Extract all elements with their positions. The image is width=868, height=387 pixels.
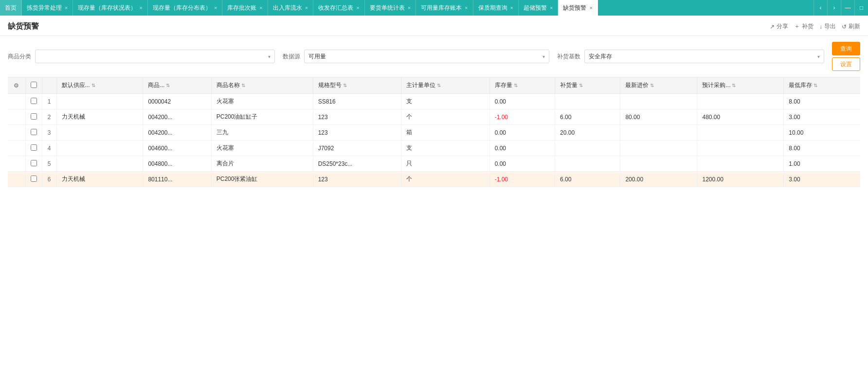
tab-stock-status[interactable]: 现存量（库存状况表）× [73, 0, 147, 16]
main-content: 缺货预警 ↗ 分享 ＋ 补货 ↓ 导出 ↺ 刷新 商品分类 [0, 16, 868, 387]
tab-close-demand-stat[interactable]: × [408, 5, 411, 11]
sort-icon-replenish: ⇅ [579, 83, 583, 88]
tab-inout-flow[interactable]: 出入库流水× [268, 0, 313, 16]
row-checkbox-cell [25, 156, 42, 172]
cell-stock: -1.00 [489, 109, 555, 125]
query-button[interactable]: 查询 [832, 42, 860, 55]
sort-est_purchase[interactable]: 预计采购...⇅ [702, 81, 778, 89]
replenish-base-select[interactable]: 安全库存 ▾ [584, 50, 824, 63]
cell-supplier: 力天机械 [56, 109, 143, 125]
cell-replenish: 6.00 [555, 109, 620, 125]
action-buttons: 查询 设置 [832, 42, 860, 71]
tab-exception[interactable]: 拣货异常处理× [22, 0, 73, 16]
col-header-latest_price[interactable]: 最新进价⇅ [620, 77, 697, 94]
row-gear-cell [8, 172, 25, 187]
tab-overstock[interactable]: 超储预警× [519, 0, 558, 16]
col-header-supplier[interactable]: 默认供应...⇅ [56, 77, 143, 94]
col-header-code[interactable]: 商品...⇅ [143, 77, 211, 94]
row-gear-cell [8, 141, 25, 156]
sort-supplier[interactable]: 默认供应...⇅ [62, 81, 138, 89]
tab-demand-stat[interactable]: 要货单统计表× [365, 0, 416, 16]
select-all-checkbox[interactable] [31, 82, 37, 88]
tab-label: 库存批次账 [227, 4, 256, 12]
settings-button[interactable]: 设置 [832, 57, 860, 71]
cell-min_stock: 3.00 [784, 172, 860, 187]
row-checkbox-3[interactable] [31, 144, 37, 151]
datasource-select[interactable]: 可用量 ▾ [304, 50, 550, 63]
tab-close-overstock[interactable]: × [550, 5, 553, 11]
tab-scroll-left[interactable]: ‹ [814, 0, 827, 16]
tab-receive-summary[interactable]: 收发存汇总表× [313, 0, 364, 16]
row-checkbox-1[interactable] [31, 113, 37, 120]
replenish-button[interactable]: ＋ 补货 [794, 22, 814, 31]
sort-icon-spec: ⇅ [343, 83, 347, 88]
window-maximize[interactable]: □ [854, 0, 868, 16]
tab-close-available-ledger[interactable]: × [465, 5, 468, 11]
replenish-base-filter: 补货基数 安全库存 ▾ [557, 50, 824, 63]
gear-icon[interactable]: ⚙ [14, 82, 19, 89]
tab-shortage[interactable]: 缺货预警× [558, 0, 597, 16]
sort-icon-min_stock: ⇅ [814, 83, 817, 88]
row-checkbox-5[interactable] [31, 176, 37, 182]
row-gear-cell [8, 94, 25, 109]
sort-name[interactable]: 商品名称⇅ [217, 81, 308, 89]
sort-unit[interactable]: 主计量单位⇅ [406, 81, 485, 89]
replenish-icon: ＋ [794, 22, 800, 31]
row-checkbox-2[interactable] [31, 129, 37, 135]
tab-expiry-query[interactable]: 保质期查询× [473, 0, 519, 16]
tab-close-stock-dist[interactable]: × [214, 5, 217, 11]
category-select[interactable]: ▾ [35, 50, 275, 63]
sort-stock[interactable]: 库存量⇅ [495, 81, 550, 89]
cell-est_purchase [697, 141, 784, 156]
col-header-replenish[interactable]: 补货量⇅ [555, 77, 620, 94]
sort-latest_price[interactable]: 最新进价⇅ [625, 81, 692, 89]
tab-close-inout-flow[interactable]: × [305, 5, 308, 11]
tab-stock-dist[interactable]: 现存量（库存分布表）× [148, 0, 222, 16]
row-num: 3 [42, 125, 56, 141]
cell-code: 801110... [143, 172, 211, 187]
tab-bar: 首页拣货异常处理×现存量（库存状况表）×现存量（库存分布表）×库存批次账×出入库… [0, 0, 868, 16]
tab-close-receive-summary[interactable]: × [356, 5, 359, 11]
cell-name: PC200油缸缸子 [211, 109, 313, 125]
cell-spec: DS250*23c... [313, 156, 401, 172]
tab-close-shortage[interactable]: × [589, 5, 592, 11]
table-row: 3004200...三九123箱0.0020.0010.00 [8, 125, 860, 141]
row-checkbox-cell [25, 172, 42, 187]
share-button[interactable]: ↗ 分享 [770, 22, 788, 31]
sort-replenish[interactable]: 补货量⇅ [560, 81, 615, 89]
sort-spec[interactable]: 规格型号⇅ [318, 81, 396, 89]
tab-scroll-right[interactable]: › [827, 0, 841, 16]
tab-home[interactable]: 首页 [0, 0, 22, 16]
col-header-num [42, 77, 56, 94]
cell-name: 离合片 [211, 156, 313, 172]
tab-batch-account[interactable]: 库存批次账× [222, 0, 268, 16]
cell-spec: 123 [313, 125, 401, 141]
tab-available-ledger[interactable]: 可用量库存账本× [416, 0, 473, 16]
col-header-stock[interactable]: 库存量⇅ [489, 77, 555, 94]
cell-supplier [56, 94, 143, 109]
page-title: 缺货预警 [8, 21, 770, 32]
col-header-unit[interactable]: 主计量单位⇅ [401, 77, 489, 94]
row-checkbox-0[interactable] [31, 98, 37, 104]
refresh-button[interactable]: ↺ 刷新 [842, 22, 860, 31]
row-gear-cell [8, 109, 25, 125]
tab-close-stock-status[interactable]: × [139, 5, 142, 11]
cell-name: PC200张紧油缸 [211, 172, 313, 187]
cell-unit: 只 [401, 156, 489, 172]
tab-close-expiry-query[interactable]: × [510, 5, 513, 11]
col-header-spec[interactable]: 规格型号⇅ [313, 77, 401, 94]
export-button[interactable]: ↓ 导出 [819, 22, 836, 31]
table-row: 10000042火花塞SS816支0.008.00 [8, 94, 860, 109]
col-header-min_stock[interactable]: 最低库存⇅ [784, 77, 860, 94]
col-header-est_purchase[interactable]: 预计采购...⇅ [697, 77, 784, 94]
datasource-chevron-icon: ▾ [542, 54, 545, 59]
cell-supplier: 力天机械 [56, 172, 143, 187]
col-header-name[interactable]: 商品名称⇅ [211, 77, 313, 94]
sort-min_stock[interactable]: 最低库存⇅ [789, 81, 855, 89]
row-checkbox-4[interactable] [31, 160, 37, 166]
tab-close-batch-account[interactable]: × [259, 5, 262, 11]
tab-close-exception[interactable]: × [65, 5, 68, 11]
window-minimize[interactable]: — [841, 0, 854, 16]
cell-supplier [56, 141, 143, 156]
sort-code[interactable]: 商品...⇅ [148, 81, 206, 89]
